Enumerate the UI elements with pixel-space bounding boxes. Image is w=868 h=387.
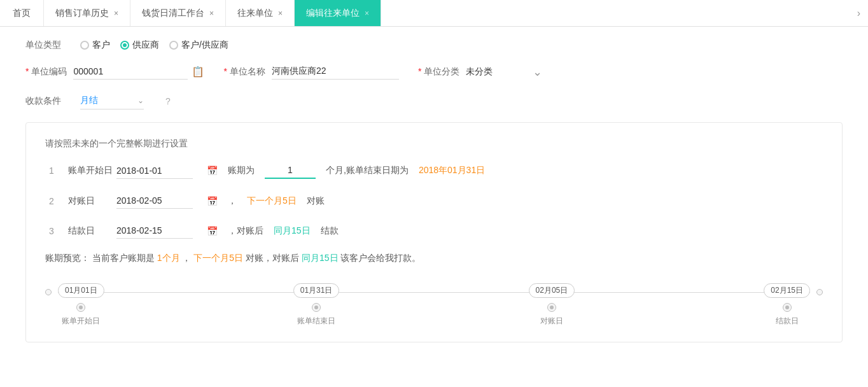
row-1-suffix-before: 账期为 xyxy=(228,165,255,176)
row-2-num: 2 xyxy=(45,196,58,206)
row-1-suffix-after: 个月,账单结束日期为 xyxy=(326,165,409,176)
timeline-dot-inner-2 xyxy=(550,306,554,309)
radio-customer-supplier[interactable]: 客户/供应商 xyxy=(169,39,228,51)
radio-customer-label: 客户 xyxy=(92,39,110,51)
unit-name-label: *单位名称 xyxy=(223,66,265,78)
timeline-points: 01月01日 账单开始日 01月31日 账单结束日 02月05日 xyxy=(58,283,810,327)
row-1-months-input[interactable] xyxy=(265,162,316,179)
tab-partner-units[interactable]: 往来单位 × xyxy=(226,0,295,26)
timeline-point-0: 01月01日 账单开始日 xyxy=(58,283,104,327)
timeline-dot-inner-0 xyxy=(79,306,83,309)
preview-text-3: 对账，对账后 xyxy=(246,253,299,263)
close-sales-order-history-icon[interactable]: × xyxy=(114,10,118,17)
payment-terms-label: 收款条件 xyxy=(25,95,61,107)
preview-highlight3: 同月15日 xyxy=(302,253,339,263)
tab-sales-order-history-label: 销售订单历史 xyxy=(55,8,109,19)
row-3-suffix: 结款 xyxy=(321,225,339,237)
unit-code-label: *单位编码 xyxy=(25,66,67,78)
timeline-left-dot xyxy=(45,289,52,295)
timeline-point-1: 01月31日 账单结束日 xyxy=(293,283,340,327)
timeline-point-3: 02月15日 结款日 xyxy=(764,283,810,327)
unit-code-input[interactable] xyxy=(73,64,188,80)
unit-code-input-wrapper: 📋 xyxy=(73,64,204,80)
unit-category-field: *单位分类 未分类 ⌄ xyxy=(418,65,542,79)
row-3-prefix-text: ，对账后 xyxy=(228,225,263,237)
row-2-highlight: 下一个月5日 xyxy=(247,195,297,207)
preview-text-4: 该客户会给我打款。 xyxy=(340,253,421,263)
row-3-highlight: 同月15日 xyxy=(274,225,311,237)
close-edit-partner-icon[interactable]: × xyxy=(365,10,369,17)
tab-cash-work[interactable]: 钱货日清工作台 × xyxy=(130,0,226,26)
radio-supplier-label: 供应商 xyxy=(132,39,159,51)
unit-type-row: 单位类型 客户 供应商 客户/供应商 xyxy=(25,39,843,51)
row-1-end-date: 2018年01月31日 xyxy=(419,165,485,176)
payment-terms-value: 月结 xyxy=(80,95,134,106)
timeline-point-2: 02月05日 对账日 xyxy=(529,283,575,327)
row-2-date-input[interactable] xyxy=(116,193,193,209)
tab-arrow-icon[interactable]: › xyxy=(850,8,868,19)
unit-name-required-star: * xyxy=(223,66,227,76)
row-2-prefix-text: ， xyxy=(228,195,237,207)
close-partner-units-icon[interactable]: × xyxy=(278,10,283,17)
tab-home-label: 首页 xyxy=(13,8,31,19)
radio-customer-supplier-label: 客户/供应商 xyxy=(181,39,228,51)
preview-text-2: ， xyxy=(182,253,191,263)
row-1-num: 1 xyxy=(45,165,58,176)
timeline-desc-2: 对账日 xyxy=(540,316,563,327)
unit-category-dropdown[interactable]: 未分类 ⌄ xyxy=(466,65,542,79)
tab-sales-order-history[interactable]: 销售订单历史 × xyxy=(44,0,130,26)
timeline-label-3: 02月15日 xyxy=(764,283,810,298)
radio-customer[interactable]: 客户 xyxy=(80,39,110,51)
timeline-right-dot xyxy=(816,289,823,295)
timeline-desc-3: 结款日 xyxy=(776,316,799,327)
unit-code-calendar-icon[interactable]: 📋 xyxy=(192,66,204,78)
timeline-desc-1: 账单结束日 xyxy=(297,316,335,327)
unit-name-input[interactable] xyxy=(272,64,399,80)
preview-highlight1: 1个月 xyxy=(157,253,180,263)
radio-customer-supplier-circle xyxy=(169,41,178,50)
page-content: 单位类型 客户 供应商 客户/供应商 *单位编码 📋 xyxy=(0,27,868,387)
panel-description: 请按照未来的一个完整帐期进行设置 xyxy=(45,138,823,150)
tab-partner-units-label: 往来单位 xyxy=(237,8,273,19)
row-2-calendar-icon[interactable]: 📅 xyxy=(207,196,218,206)
tab-bar: 首页 销售订单历史 × 钱货日清工作台 × 往来单位 × 编辑往来单位 × › xyxy=(0,0,868,27)
tab-cash-work-label: 钱货日清工作台 xyxy=(142,8,204,19)
timeline-desc-0: 账单开始日 xyxy=(62,316,100,327)
unit-name-field: *单位名称 xyxy=(223,64,398,80)
timeline-dot-inner-3 xyxy=(785,306,789,309)
preview-text-1: 当前客户账期是 xyxy=(92,253,155,263)
row-3-date-input[interactable] xyxy=(116,223,193,239)
unit-code-field: *单位编码 📋 xyxy=(25,64,204,80)
row-1-calendar-icon[interactable]: 📅 xyxy=(207,165,218,176)
radio-supplier[interactable]: 供应商 xyxy=(120,39,159,51)
payment-terms-help-icon[interactable]: ? xyxy=(165,96,171,106)
preview-highlight2: 下一个月5日 xyxy=(193,253,243,263)
payment-terms-row: 收款条件 月结 ⌄ ? xyxy=(25,92,843,109)
tab-home[interactable]: 首页 xyxy=(0,0,44,26)
row-3-num: 3 xyxy=(45,226,58,236)
unit-info-row: *单位编码 📋 *单位名称 *单位分类 未分类 ⌄ xyxy=(25,64,843,80)
row-3-calendar-icon[interactable]: 📅 xyxy=(207,226,218,236)
row-3-field-label: 结款日 xyxy=(68,225,106,237)
payment-terms-arrow-icon: ⌄ xyxy=(137,96,144,105)
tab-edit-partner-label: 编辑往来单位 xyxy=(306,8,360,19)
setting-row-2: 2 对账日 📅 ， 下一个月5日 对账 xyxy=(45,193,823,209)
unit-category-arrow-icon: ⌄ xyxy=(533,65,542,79)
unit-name-input-wrapper xyxy=(272,64,399,80)
timeline-dot-0 xyxy=(76,303,85,312)
payment-terms-dropdown[interactable]: 月结 ⌄ xyxy=(80,92,144,109)
timeline-dot-inner-1 xyxy=(314,306,318,309)
unit-type-radio-group: 客户 供应商 客户/供应商 xyxy=(80,39,228,51)
radio-supplier-circle xyxy=(120,41,129,50)
radio-customer-circle xyxy=(80,41,89,50)
unit-code-required-star: * xyxy=(25,66,29,76)
preview-text-block: 账期预览： 当前客户账期是 1个月 ， 下一个月5日 对账，对账后 同月15日 … xyxy=(45,253,823,264)
unit-category-value: 未分类 xyxy=(466,66,533,78)
tab-edit-partner[interactable]: 编辑往来单位 × xyxy=(295,0,381,26)
timeline-dot-1 xyxy=(312,303,321,312)
timeline-label-1: 01月31日 xyxy=(293,283,340,298)
close-cash-work-icon[interactable]: × xyxy=(209,10,214,17)
timeline-dot-3 xyxy=(783,303,792,312)
timeline-dot-2 xyxy=(547,303,556,312)
row-1-date-input[interactable] xyxy=(116,163,193,179)
